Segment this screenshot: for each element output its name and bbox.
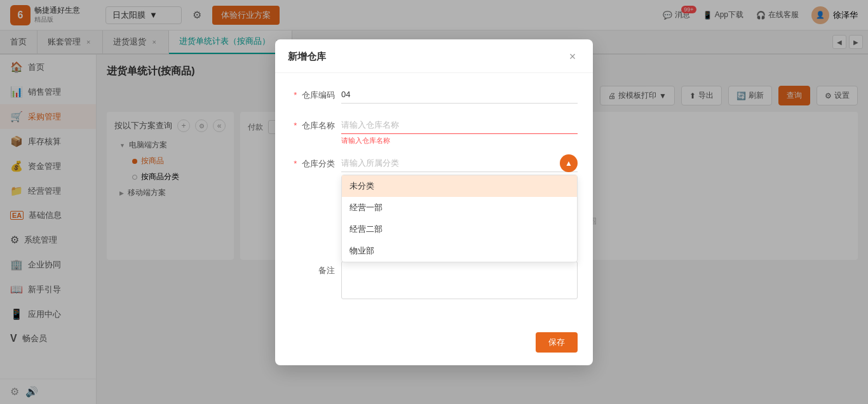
name-input[interactable] [341,116,578,134]
category-input[interactable] [341,154,578,172]
save-button[interactable]: 保存 [536,332,578,353]
code-input[interactable] [341,86,578,104]
name-field-row: * 仓库名称 请输入仓库名称 [290,116,578,134]
remarks-label: 备注 [290,261,341,276]
remarks-input[interactable] [341,261,578,299]
modal-overlay: 新增仓库 × * 仓库编码 * 仓库名称 请输入仓库名称 [0,0,868,404]
required-star-name: * [294,121,297,130]
modal-close-button[interactable]: × [565,50,580,65]
code-field-row: * 仓库编码 [290,86,578,104]
dropdown-option-dept2[interactable]: 经营二部 [342,219,577,240]
required-star: * [294,90,297,100]
modal-footer: 保存 [275,325,593,365]
dropdown-option-unclassified[interactable]: 未分类 [342,175,577,197]
category-label: * 仓库分类 [290,154,341,170]
modal-header: 新增仓库 × [275,39,593,73]
dropdown-option-dept1[interactable]: 经营一部 [342,197,577,219]
modal-title: 新增仓库 [288,51,326,63]
new-warehouse-modal: 新增仓库 × * 仓库编码 * 仓库名称 请输入仓库名称 [275,39,593,365]
name-label: * 仓库名称 [290,116,341,131]
code-label: * 仓库编码 [290,86,341,101]
name-error-message: 请输入仓库名称 [341,136,390,145]
dropdown-option-property[interactable]: 物业部 [342,240,577,262]
category-dropdown-wrapper: ▲ 未分类 经营一部 经营二部 物业部 [341,154,578,172]
category-field-row: * 仓库分类 ▲ 未分类 经营一部 经营二部 物业部 [290,154,578,172]
modal-body: * 仓库编码 * 仓库名称 请输入仓库名称 * [275,73,593,325]
category-dropdown-list: 未分类 经营一部 经营二部 物业部 [341,175,578,262]
remarks-field-row: 备注 [290,261,578,299]
required-star-cat: * [294,159,297,168]
dropdown-toggle-button[interactable]: ▲ [560,154,578,172]
